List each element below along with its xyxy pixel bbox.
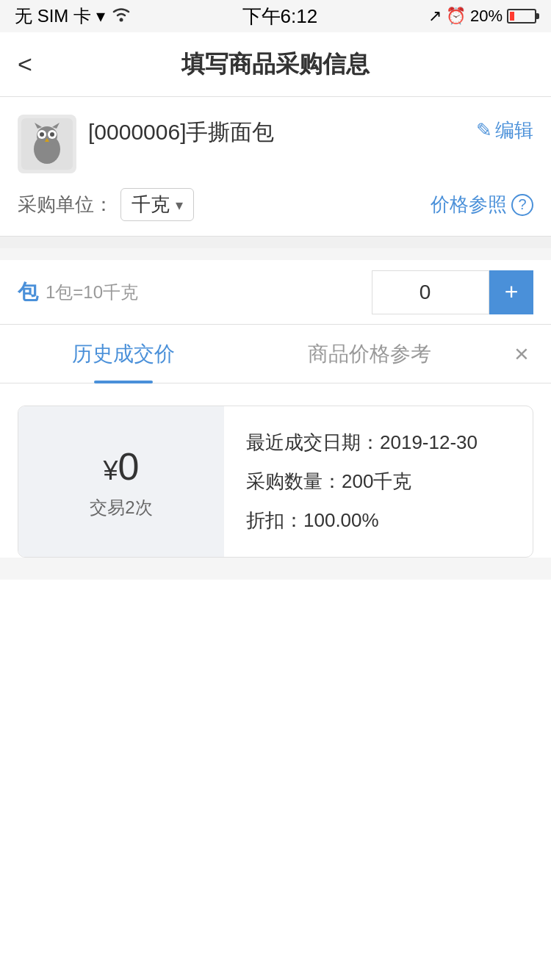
page-title: 填写商品采购信息 [181,48,370,81]
status-left: 无 SIM 卡 ▾ [15,4,132,28]
tab-underline [94,381,153,383]
svg-point-6 [40,132,44,137]
status-right: ↗ ⏰ 20% [428,7,536,26]
bottom-space [0,580,551,980]
product-section: [0000006]手撕面包 ✎ 编辑 采购单位： 千克 ▾ 价格参照 ? [0,97,551,237]
edit-button[interactable]: ✎ 编辑 [476,118,533,143]
svg-point-0 [119,18,123,22]
back-button[interactable]: < [18,50,32,79]
tabs-header: 历史成交价 商品价格参考 × [0,325,551,383]
edit-label: 编辑 [495,118,533,143]
package-row: 包 1包=10千克 + [0,260,551,325]
price-currency: ¥ [104,455,118,486]
package-left: 包 1包=10千克 [18,278,138,306]
price-card: ¥0 交易2次 最近成交日期：2019-12-30 采购数量：200千克 折扣：… [18,406,533,558]
quantity-plus-button[interactable]: + [489,270,533,314]
unit-label: 采购单位： [18,192,113,217]
product-name: [0000006]手撕面包 [88,118,274,148]
package-ratio: 1包=10千克 [46,281,138,304]
tab-close-button[interactable]: × [492,325,551,383]
battery-percent: 20% [470,7,503,26]
status-bar: 无 SIM 卡 ▾ 下午6:12 ↗ ⏰ 20% [0,0,551,32]
wifi-icon [111,6,132,26]
sim-label: 无 SIM 卡 ▾ [15,4,105,28]
price-display: ¥0 [104,444,140,489]
section-divider [0,237,551,248]
last-trade-date: 最近成交日期：2019-12-30 [246,428,511,457]
quantity-control: + [372,270,533,314]
product-logo [18,115,76,173]
price-ref-help-icon: ? [511,194,533,216]
status-time: 下午6:12 [242,4,318,29]
unit-value: 千克 [132,192,170,217]
nav-bar: < 填写商品采购信息 [0,32,551,97]
price-ref-label: 价格参照 [431,192,507,217]
discount: 折扣：100.00% [246,506,511,535]
tab-history-price[interactable]: 历史成交价 [0,325,246,383]
battery-icon [507,9,536,24]
price-card-left: ¥0 交易2次 [18,406,224,557]
price-ref-button[interactable]: 价格参照 ? [431,192,533,217]
price-card-right: 最近成交日期：2019-12-30 采购数量：200千克 折扣：100.00% [224,406,533,557]
product-header: [0000006]手撕面包 ✎ 编辑 [18,115,533,173]
product-unit-row: 采购单位： 千克 ▾ 价格参照 ? [18,188,533,221]
quantity-input[interactable] [372,270,489,314]
product-left: [0000006]手撕面包 [18,115,274,173]
price-amount: 0 [118,445,140,488]
tab-product-price-ref[interactable]: 商品价格参考 [246,325,492,383]
tabs-section: 历史成交价 商品价格参考 × ¥0 交易2次 最近成交日期：2019-12-30… [0,325,551,558]
trade-count: 交易2次 [90,496,152,519]
edit-icon: ✎ [476,119,492,142]
unit-select[interactable]: 千克 ▾ [120,188,194,221]
unit-arrow-icon: ▾ [176,196,183,214]
package-label: 包 [18,278,38,306]
purchase-qty: 采购数量：200千克 [246,467,511,496]
location-icon: ↗ [428,7,442,26]
svg-point-7 [50,132,54,137]
alarm-icon: ⏰ [446,7,466,26]
